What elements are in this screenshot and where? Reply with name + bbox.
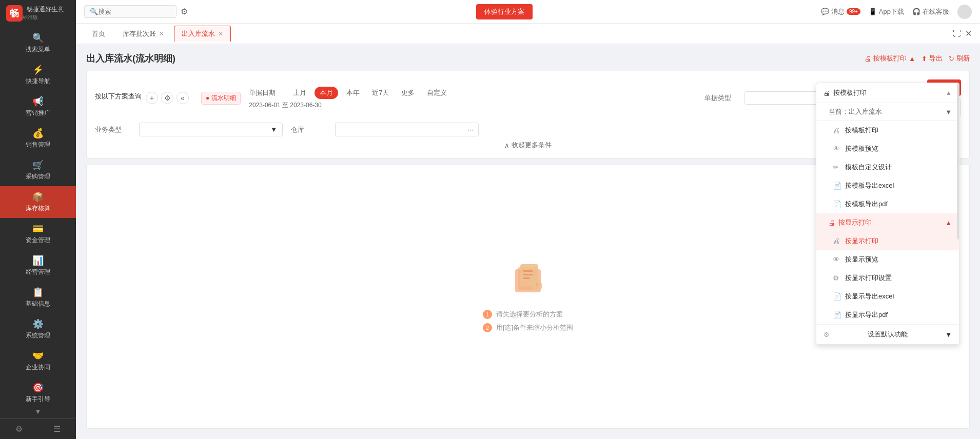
dropdown-footer-label: 设置默认功能 xyxy=(868,330,908,339)
tab-batch-label: 库存批次账 xyxy=(123,29,156,38)
dropdown-close-icon[interactable]: ▲ xyxy=(946,89,952,96)
add-filter-button[interactable]: + xyxy=(146,92,158,104)
topbar-gear-icon[interactable]: ⚙ xyxy=(181,7,188,16)
display-excel-icon: 📄 xyxy=(833,292,841,301)
date-btn-this-year[interactable]: 本年 xyxy=(342,87,364,99)
dropdown-item-template-excel[interactable]: 📄 按模板导出excel xyxy=(816,176,959,195)
refresh-button[interactable]: ↻ 刷新 xyxy=(949,54,970,63)
business-type-field[interactable]: ▼ xyxy=(139,123,283,136)
export-icon: ⬆ xyxy=(922,55,927,63)
tab-flow-close[interactable]: ✕ xyxy=(218,30,223,37)
empty-icon: ? xyxy=(507,259,548,302)
topbar-search-box[interactable]: 🔍 xyxy=(84,5,177,18)
tab-batch[interactable]: 库存批次账 ✕ xyxy=(115,26,172,42)
sidebar-item-inventory[interactable]: 📦 库存核算 xyxy=(0,186,76,218)
date-btn-custom[interactable]: 自定义 xyxy=(423,87,451,99)
dropdown-item-display-settings[interactable]: ⚙ 按显示打印设置 xyxy=(816,269,959,287)
empty-step-2: 2 用[选]条件来缩小分析范围 xyxy=(483,321,573,334)
dropdown-scrollbar[interactable] xyxy=(956,83,959,344)
sidebar-icon-inventory: 📦 xyxy=(32,191,44,203)
print-template-button[interactable]: 🖨 按模板打印 ▲ xyxy=(865,54,915,63)
sidebar-item-search[interactable]: 🔍 搜索菜单 xyxy=(0,27,76,59)
sidebar-item-marketing[interactable]: 📢 营销推广 xyxy=(0,91,76,123)
display-settings-label: 按显示打印设置 xyxy=(845,273,892,283)
display-preview-label: 按显示预览 xyxy=(845,255,878,264)
dropdown-footer[interactable]: ⚙ 设置默认功能 ▼ xyxy=(816,324,959,344)
tabs-expand-icon[interactable]: ⛶ xyxy=(953,29,961,38)
template-pdf-label: 按模板导出pdf xyxy=(845,199,888,209)
dropdown-printer-icon: 🖨 xyxy=(824,89,830,97)
tab-home[interactable]: 首页 xyxy=(84,26,113,42)
dropdown-item-display-print[interactable]: 🖨 按显示打印 xyxy=(816,232,959,250)
date-btn-this-month[interactable]: 本月 xyxy=(315,87,338,99)
sidebar-item-shortcut[interactable]: ⚡ 快捷导航 xyxy=(0,59,76,91)
footer-settings-icon: ⚙ xyxy=(824,331,830,338)
sidebar-scroll-down[interactable]: ▼ xyxy=(0,405,76,418)
export-button[interactable]: ⬆ 导出 xyxy=(922,54,943,63)
dropdown-item-template-print[interactable]: 🖨 按模板打印 xyxy=(816,121,959,139)
print-template-label: 按模板打印 xyxy=(873,54,907,63)
sidebar-item-system[interactable]: ⚙️ 系统管理 xyxy=(0,313,76,345)
dropdown-header: 🖨 按模板打印 ▲ xyxy=(816,83,959,103)
date-btn-last7days[interactable]: 近7天 xyxy=(368,87,393,99)
dropdown-item-template-pdf[interactable]: 📄 按模板导出pdf xyxy=(816,195,959,213)
messages-button[interactable]: 💬 消息 99+ xyxy=(821,7,860,16)
display-section-label: 按显示打印 xyxy=(838,218,872,227)
dropdown-item-template-custom[interactable]: ✏ 模板自定义设计 xyxy=(816,158,959,176)
filter-settings-button[interactable]: ⚙ xyxy=(161,92,173,104)
template-custom-label: 模板自定义设计 xyxy=(845,163,892,172)
sidebar-item-sales[interactable]: 💰 销售管理 xyxy=(0,123,76,154)
template-custom-icon: ✏ xyxy=(833,163,841,171)
search-input[interactable] xyxy=(98,8,165,15)
filter-collapse-button[interactable]: « xyxy=(177,92,189,104)
date-btn-last-month[interactable]: 上月 xyxy=(289,87,310,99)
sidebar-settings-icon[interactable]: ⚙ xyxy=(15,424,23,434)
empty-step-1: 1 请先选择要分析的方案 xyxy=(483,308,573,321)
sidebar-logo: 畅 畅捷通好生意 标准版 xyxy=(0,0,76,27)
headset-icon: 🎧 xyxy=(912,8,920,15)
app-download-button[interactable]: 📱 App下载 xyxy=(869,7,904,16)
sidebar-menu-icon[interactable]: ☰ xyxy=(53,424,61,434)
footer-arrow-icon: ▼ xyxy=(945,331,952,338)
dropdown-item-template-preview[interactable]: 👁 按模板预览 xyxy=(816,139,959,158)
tab-batch-close[interactable]: ✕ xyxy=(159,30,164,37)
active-filter-tag[interactable]: ● 流水明细 xyxy=(201,92,241,105)
sidebar-item-finance[interactable]: 💳 资金管理 xyxy=(0,218,76,250)
sidebar-item-purchase[interactable]: 🛒 采购管理 xyxy=(0,154,76,186)
template-excel-label: 按模板导出excel xyxy=(845,181,894,190)
date-range-display: 2023-06-01 至 2023-06-30 xyxy=(249,101,451,110)
step1-text: 请先选择要分析的方案 xyxy=(496,308,563,321)
template-preview-icon: 👁 xyxy=(833,145,841,153)
svg-text:?: ? xyxy=(536,283,539,289)
sidebar-item-coop[interactable]: 🤝 企业协同 xyxy=(0,345,76,377)
dropdown-current[interactable]: 当前：出入库流水 ▼ xyxy=(816,103,959,121)
date-btn-more[interactable]: 更多 xyxy=(397,87,419,99)
dropdown-item-display-preview[interactable]: 👁 按显示预览 xyxy=(816,250,959,269)
search-icon: 🔍 xyxy=(90,8,98,15)
app-download-label: App下载 xyxy=(879,7,904,16)
warehouse-field[interactable]: ··· xyxy=(335,123,479,136)
tabs-close-all-icon[interactable]: ✕ xyxy=(965,29,972,38)
template-preview-label: 按模板预览 xyxy=(845,144,878,153)
user-avatar[interactable] xyxy=(957,5,972,19)
display-section-icon: 🖨 xyxy=(829,219,835,227)
sidebar-item-guide[interactable]: 🎯 新手引导 xyxy=(0,377,76,405)
online-service-button[interactable]: 🎧 在线客服 xyxy=(912,7,949,16)
sidebar-item-basic[interactable]: 📋 基础信息 xyxy=(0,282,76,313)
sidebar-icon-coop: 🤝 xyxy=(32,350,44,362)
dropdown-display-section-header[interactable]: 🖨 按显示打印 ▲ xyxy=(816,213,959,232)
page-actions: 🖨 按模板打印 ▲ ⬆ 导出 ↻ 刷新 🖨 xyxy=(865,54,970,63)
sidebar-icon-sales: 💰 xyxy=(32,128,44,139)
sidebar-label-marketing: 营销推广 xyxy=(26,109,50,117)
sidebar-icon-shortcut: ⚡ xyxy=(32,64,44,75)
sidebar-label-finance: 资金管理 xyxy=(26,236,50,245)
print-dropdown-arrow: ▲ xyxy=(909,55,915,63)
industry-solution-button[interactable]: 体验行业方案 xyxy=(476,4,533,19)
sidebar-item-operations[interactable]: 📊 经营管理 xyxy=(0,250,76,282)
business-type-label: 业务类型 xyxy=(95,125,131,134)
tab-flow-label: 出入库流水 xyxy=(182,29,215,38)
tab-flow[interactable]: 出入库流水 ✕ xyxy=(174,26,231,42)
dropdown-item-display-pdf[interactable]: 📄 按显示导出pdf xyxy=(816,306,959,324)
printer-icon: 🖨 xyxy=(865,55,871,63)
dropdown-item-display-excel[interactable]: 📄 按显示导出excel xyxy=(816,287,959,306)
